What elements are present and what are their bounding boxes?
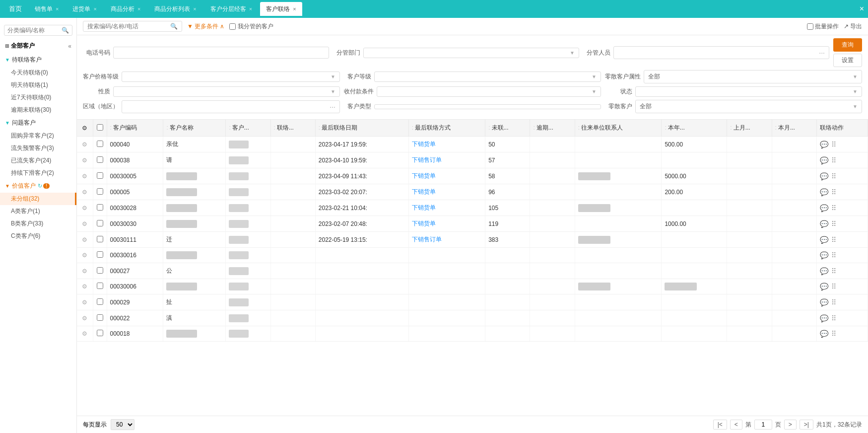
filter-search-box[interactable]: 🔍 [83,21,182,32]
window-close-icon[interactable]: × [860,4,864,13]
gear-column-header[interactable]: ⚙ [77,120,93,137]
sidebar-item-today[interactable]: 今天待联络(0) [0,67,76,79]
tab-sales-order[interactable]: 销售单 × [29,2,65,16]
row-gear-1[interactable]: ⚙ [77,152,93,168]
row-checkbox-4[interactable] [93,200,107,216]
export-button[interactable]: ↗ 导出 [844,22,862,31]
menu-icon-12[interactable]: ⠿ [831,330,836,338]
price-level-select[interactable]: ▼ [122,72,340,82]
row-gear-3[interactable]: ⚙ [77,184,93,200]
row-gear-8[interactable]: ⚙ [77,263,93,279]
close-product-analysis-icon[interactable]: × [137,6,140,12]
sidebar-item-tomorrow[interactable]: 明天待联络(1) [0,79,76,91]
row-gear-2[interactable]: ⚙ [77,168,93,184]
this-month-column-header[interactable]: :本月... [772,120,816,137]
sidebar-item-class-a[interactable]: A类客户(1) [0,205,76,217]
person-select[interactable]: ··· [613,46,829,59]
status-select[interactable]: ▼ [635,86,862,97]
chat-icon-7[interactable]: 💬 [820,251,828,259]
chat-icon-4[interactable]: 💬 [820,204,828,212]
next-page-button[interactable]: > [784,420,797,430]
per-page-select[interactable]: 50 [111,419,134,430]
close-purchase-order-icon[interactable]: × [93,6,96,12]
filter-search-input[interactable] [87,23,168,30]
close-product-analysis-list-icon[interactable]: × [193,6,196,12]
menu-icon-0[interactable]: ⠿ [831,141,836,148]
tab-product-analysis-list[interactable]: 商品分析列表 × [148,2,202,16]
sidebar-item-abnormal[interactable]: 固购异常客户(2) [0,130,76,142]
tab-customer-layer[interactable]: 客户分层经客 × [204,2,258,16]
reset-button[interactable]: 设置 [833,54,862,67]
row-gear-12[interactable]: ⚙ [77,326,93,342]
partner-contact-column-header[interactable]: :往来单位联系人 [575,120,662,137]
refresh-icon[interactable]: ↻ [38,183,42,189]
row-checkbox-9[interactable] [93,279,107,294]
customer-level-select[interactable]: ▼ [374,72,601,82]
close-customer-contact-icon[interactable]: × [293,6,296,12]
last-date-column-header[interactable]: :最后联络日期 [315,120,408,137]
last-month-column-header[interactable]: :上月... [727,120,772,137]
row-gear-5[interactable]: ⚙ [77,216,93,232]
my-customers-checkbox[interactable]: 我分管的客户 [229,22,273,31]
customer-type-select[interactable] [374,104,601,109]
chat-icon-11[interactable]: 💬 [820,314,828,322]
chat-icon-8[interactable]: 💬 [820,267,828,275]
row-checkbox-5[interactable] [93,216,107,232]
sidebar-search-input[interactable] [7,27,60,34]
name-column-header[interactable]: :客户名称 [163,120,226,137]
section-pending-contact[interactable]: ▼ 待联络客户 [0,53,76,67]
sidebar-all-customers[interactable]: ⊞ 全部客户 « [0,39,76,53]
close-customer-layer-icon[interactable]: × [249,6,252,12]
nature-select[interactable]: ▼ [113,86,340,97]
tab-purchase-order[interactable]: 进货单 × [67,2,102,16]
row-checkbox-8[interactable] [93,263,107,279]
chat-icon-1[interactable]: 💬 [820,156,828,164]
menu-icon-11[interactable]: ⠿ [831,314,836,322]
menu-icon-1[interactable]: ⠿ [831,156,836,164]
sidebar-item-overdue[interactable]: 逾期未联络(30) [0,104,76,116]
person-dots-icon[interactable]: ··· [819,49,825,57]
dept-select[interactable]: ▼ [363,48,579,58]
close-sales-order-icon[interactable]: × [56,6,59,12]
row-gear-0[interactable]: ⚙ [77,137,93,152]
menu-icon-3[interactable]: ⠿ [831,188,836,196]
tab-product-analysis[interactable]: 商品分析 × [105,2,146,16]
no-contact-column-header[interactable]: :未联... [485,120,530,137]
sidebar-search-box[interactable]: 🔍 [4,25,72,36]
row-gear-10[interactable]: ⚙ [77,294,93,310]
chat-icon-2[interactable]: 💬 [820,172,828,180]
prev-page-button[interactable]: < [730,420,742,430]
my-customers-check[interactable] [229,23,236,30]
row-gear-7[interactable]: ⚙ [77,248,93,263]
menu-icon-8[interactable]: ⠿ [831,267,836,275]
row-checkbox-2[interactable] [93,168,107,184]
this-year-column-header[interactable]: :本年... [662,120,727,137]
section-problem-customers[interactable]: ▼ 问题客户 [0,116,76,130]
first-page-button[interactable]: |< [713,420,727,430]
chat-icon-5[interactable]: 💬 [820,220,828,228]
row-gear-11[interactable]: ⚙ [77,310,93,326]
last-page-button[interactable]: >| [800,420,813,430]
chat-icon-12[interactable]: 💬 [820,330,828,338]
menu-icon-5[interactable]: ⠿ [831,220,836,228]
retail-attr-select[interactable]: 全部 ▼ [644,70,862,83]
region-select[interactable]: ··· [122,100,340,113]
filter-search-icon[interactable]: 🔍 [170,23,178,30]
sidebar-item-class-b[interactable]: B类客户(33) [0,217,76,230]
select-all-checkbox[interactable] [97,124,103,131]
chat-icon-9[interactable]: 💬 [820,283,828,290]
chat-icon-0[interactable]: 💬 [820,141,828,148]
tab-customer-contact[interactable]: 客户联络 × [260,2,302,16]
row-checkbox-11[interactable] [93,310,107,326]
last-way-column-header[interactable]: :最后联络方式 [408,120,485,137]
page-input[interactable] [754,420,772,430]
batch-ops-check[interactable] [807,23,813,30]
row-gear-6[interactable]: ⚙ [77,232,93,248]
chat-icon-6[interactable]: 💬 [820,236,828,244]
sidebar-item-churn-warning[interactable]: 流失预警客户(3) [0,142,76,154]
menu-icon-7[interactable]: ⠿ [831,251,836,259]
more-conditions-btn[interactable]: ▼ 更多条件 ∧ [187,22,224,31]
menu-icon-6[interactable]: ⠿ [831,236,836,244]
chat-icon-3[interactable]: 💬 [820,188,828,196]
row-checkbox-7[interactable] [93,248,107,263]
